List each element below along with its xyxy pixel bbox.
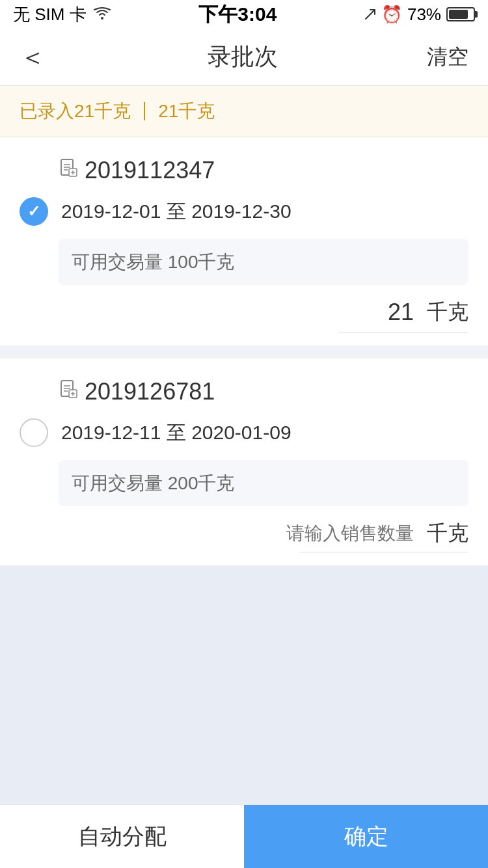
alarm-icon: ⏰ [381,5,402,25]
item-2-card: 2019126781 2019-12-11 至 2020-01-09 可用交易量… [0,359,488,565]
back-button[interactable]: ＜ [20,39,59,75]
item-2-header: 2019126781 [20,378,468,405]
item-1-quantity-container: 21 千克 [20,298,468,332]
item-1-quantity-row: 21 千克 [0,285,488,346]
entered-amount-value: 21千克 [158,99,215,124]
item-1-quantity-unit: 千克 [427,298,468,327]
status-bar: 无 SIM 卡 下午3:04 ⏰ 73% [0,0,488,29]
document-icon-1 [59,158,78,183]
item-1-date: 2019-12-01 至 2019-12-30 [61,198,291,225]
item-2-radio[interactable] [20,418,48,447]
battery-percentage: 73% [407,5,441,25]
entered-amount-label: 已录入21千克 [20,99,131,124]
location-icon [364,5,376,25]
item-1-radio[interactable] [20,197,48,226]
item-1-quantity-value: 21 [388,299,414,326]
battery-icon [446,7,475,21]
auto-distribute-button[interactable]: 自动分配 [0,805,244,868]
status-right: ⏰ 73% [364,5,475,25]
page-title: 录批次 [208,41,278,73]
item-2-input-wrapper: 千克 [232,519,468,552]
item-1-header: 2019112347 [20,157,468,184]
item-2-id: 2019126781 [85,378,215,405]
section-divider-1 [0,346,488,359]
item-2-input-row: 千克 [0,506,488,565]
bottom-bar: 自动分配 确定 [0,804,488,868]
document-icon-2 [59,379,78,404]
item-1-select-row[interactable]: 2019-12-01 至 2019-12-30 [20,197,468,226]
item-2-input-line [299,552,468,552]
item-2-unit: 千克 [427,519,468,548]
nav-bar: ＜ 录批次 清空 [0,29,488,86]
info-divider [144,102,145,120]
item-2-capacity: 可用交易量 200千克 [59,460,468,506]
item-2-quantity-input[interactable] [232,523,414,544]
carrier-text: 无 SIM 卡 [13,3,87,26]
status-time: 下午3:04 [198,1,277,28]
empty-area [0,565,488,845]
wifi-icon [93,5,111,25]
item-1-card: 2019112347 2019-12-01 至 2019-12-30 可用交易量… [0,137,488,285]
confirm-button[interactable]: 确定 [244,805,488,868]
item-1-capacity-text: 可用交易量 100千克 [72,252,235,272]
item-1-quantity-line [338,332,468,332]
item-2-select-row[interactable]: 2019-12-11 至 2020-01-09 [20,418,468,447]
item-2-date: 2019-12-11 至 2020-01-09 [61,420,291,446]
item-2-inner: 2019126781 2019-12-11 至 2020-01-09 可用交易量… [0,359,488,506]
item-1-id: 2019112347 [85,157,215,184]
item-2-capacity-text: 可用交易量 200千克 [72,473,235,493]
status-left: 无 SIM 卡 [13,3,111,26]
info-bar: 已录入21千克 21千克 [0,86,488,137]
item-1-capacity: 可用交易量 100千克 [59,239,468,285]
clear-button[interactable]: 清空 [427,43,468,72]
svg-point-0 [101,17,103,20]
